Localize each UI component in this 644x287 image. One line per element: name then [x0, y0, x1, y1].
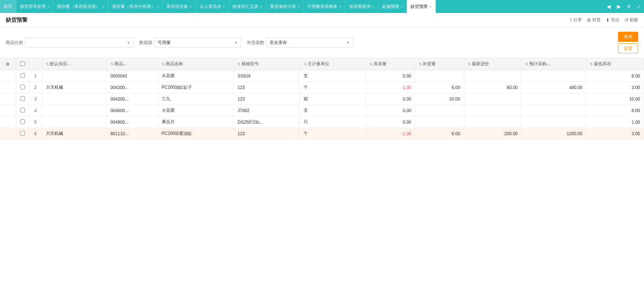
row-product-name: 火花塞 [158, 70, 234, 82]
close-tab-overstock[interactable]: × [401, 4, 403, 9]
replenish-icon: ⊞ [587, 17, 591, 23]
row-checkbox[interactable] [20, 85, 25, 89]
th-seq [29, 58, 42, 70]
row-min-stock: 10.00 [586, 93, 644, 105]
th-min-stock: ⇅ 最低库存 [586, 58, 644, 70]
tab-batch-account[interactable]: 库存批次账 × [163, 0, 196, 13]
settings-button[interactable]: 设置 [618, 43, 638, 53]
row-product-code: 801110... [106, 128, 158, 140]
tab-close-btn[interactable]: ✕ [624, 0, 634, 13]
row-checkbox-cell [16, 128, 29, 140]
tab-summary[interactable]: 收发存汇总表 × [229, 0, 266, 13]
close-tab-inventory-dist[interactable]: × [157, 4, 159, 9]
replenish-base-label: 补货基数 [247, 40, 264, 46]
filter-bar: 商品分类 ▼ 数据源 可用量 ▼ 补货基数 安全库存 ▼ 查询 设置 [0, 27, 644, 58]
row-replenish: 6.00 [415, 82, 464, 93]
tab-home[interactable]: 首页 [0, 0, 16, 13]
row-spec: DS250*23c... [234, 116, 300, 128]
th-product-name: ⇅ 商品名称 [158, 58, 234, 70]
sort-latest-price-icon[interactable]: ⇅ [468, 62, 471, 66]
row-checkbox[interactable] [20, 131, 25, 136]
row-unit: 支 [300, 105, 366, 116]
tab-inventory-dist[interactable]: 现存量（库存分布表） × [108, 0, 163, 13]
sort-spec-icon[interactable]: ⇅ [238, 62, 240, 66]
sort-product-name-icon[interactable]: ⇅ [162, 62, 165, 66]
tab-overstock[interactable]: 超储预警 × [378, 0, 407, 13]
row-checkbox[interactable] [20, 96, 25, 101]
th-spec: ⇅ 规格型号 [234, 58, 300, 70]
row-seq: 3 [29, 93, 42, 105]
sort-supplier-icon[interactable]: ⇅ [46, 62, 49, 66]
table-header-row: ⚙ ⇅ 默认供应... ⇅ 商 [0, 58, 644, 70]
gear-icon[interactable]: ⚙ [6, 62, 10, 67]
row-min-stock: 3.00 [586, 128, 644, 140]
row-min-stock: 3.00 [586, 82, 644, 93]
row-supplier [42, 70, 106, 82]
select-all-checkbox[interactable] [20, 61, 25, 66]
query-button[interactable]: 查询 [618, 32, 638, 42]
row-product-code: 0000042 [106, 70, 158, 82]
table-row: 5 004800... 离合片 DS250*23c... 只 0.00 1.00 [0, 116, 644, 128]
row-replenish: 6.00 [415, 128, 464, 140]
close-tab-batch-account[interactable]: × [190, 4, 192, 9]
export-button[interactable]: ⬇ 导出 [606, 17, 619, 23]
tab-available-ledger[interactable]: 可用量库存账本 × [304, 0, 345, 13]
sort-min-stock-icon[interactable]: ⇅ [590, 62, 593, 66]
close-tab-inout-flow[interactable]: × [223, 4, 225, 9]
sort-estimated-purchase-icon[interactable]: ⇅ [525, 62, 528, 66]
main-content: 缺货预警 ⤴ 分享 ⊞ 补货 ⬇ 导出 ↺ 刷新 商品分类 [0, 13, 644, 287]
datasource-select[interactable]: 可用量 ▼ [155, 37, 241, 48]
row-seq: 4 [29, 105, 42, 116]
row-estimated-purchase [522, 70, 586, 82]
close-tab-order-stats[interactable]: × [297, 4, 300, 9]
row-latest-price: 200.00 [464, 128, 521, 140]
row-stock: 0.00 [366, 105, 415, 116]
replenish-base-arrow-icon: ▼ [346, 41, 350, 45]
share-button[interactable]: ⤴ 分享 [570, 17, 582, 23]
row-gear-cell [0, 128, 16, 140]
th-gear: ⚙ [0, 58, 16, 70]
row-product-code: 004600... [106, 105, 158, 116]
row-estimated-purchase [522, 116, 586, 128]
tab-expiry[interactable]: 保质期查询 × [345, 0, 378, 13]
category-select[interactable]: ▼ [25, 37, 134, 48]
sort-product-code-icon[interactable]: ⇅ [110, 62, 113, 66]
tab-inventory-status[interactable]: 现存量（库存状况表） × [53, 0, 108, 13]
row-gear-cell [0, 93, 16, 105]
replenish-button[interactable]: ⊞ 补货 [587, 17, 601, 23]
tab-picking[interactable]: 拣货异常处理 × [16, 0, 53, 13]
datasource-filter-group: 数据源 可用量 ▼ [139, 37, 241, 48]
tab-prev-btn[interactable]: ◀ [604, 0, 614, 13]
close-tab-inventory-status[interactable]: × [102, 4, 104, 9]
row-product-code: 004800... [106, 116, 158, 128]
sort-replenish-icon[interactable]: ⇅ [419, 62, 422, 66]
close-tab-expiry[interactable]: × [372, 4, 374, 9]
row-checkbox[interactable] [20, 108, 25, 112]
row-min-stock: 8.00 [586, 105, 644, 116]
tab-next-btn[interactable]: ▶ [614, 0, 624, 13]
sort-unit-icon[interactable]: ⇅ [304, 62, 306, 66]
th-product-code: ⇅ 商品... [106, 58, 158, 70]
row-spec: J7092 [234, 105, 300, 116]
close-tab-shortage[interactable]: × [429, 4, 431, 9]
sort-stock-icon[interactable]: ⇅ [370, 62, 373, 66]
refresh-button[interactable]: ↺ 刷新 [625, 17, 638, 23]
tab-expand-btn[interactable]: ⤢ [634, 0, 644, 13]
row-product-name: PC200油缸缸子 [158, 82, 234, 93]
tab-inout-flow[interactable]: 出入库流水 × [196, 0, 229, 13]
row-checkbox[interactable] [20, 119, 25, 124]
th-estimated-purchase: ⇅ 预计采购... [522, 58, 586, 70]
close-tab-picking[interactable]: × [47, 4, 49, 9]
row-product-name: 离合片 [158, 116, 234, 128]
tab-order-stats[interactable]: 要货单统计表 × [266, 0, 304, 13]
close-tab-available-ledger[interactable]: × [339, 4, 341, 9]
tab-shortage[interactable]: 缺货预警 × [407, 0, 435, 13]
row-checkbox[interactable] [20, 73, 25, 78]
table-row: 6 力天机械 801110... PC200张紧油缸 123 个 -1.00 6… [0, 128, 644, 140]
row-gear-cell [0, 70, 16, 82]
close-tab-summary[interactable]: × [260, 4, 262, 9]
row-latest-price [464, 105, 521, 116]
filter-actions: 查询 设置 [618, 32, 638, 53]
replenish-base-select[interactable]: 安全库存 ▼ [266, 37, 353, 48]
row-estimated-purchase: 1200.00 [522, 128, 586, 140]
